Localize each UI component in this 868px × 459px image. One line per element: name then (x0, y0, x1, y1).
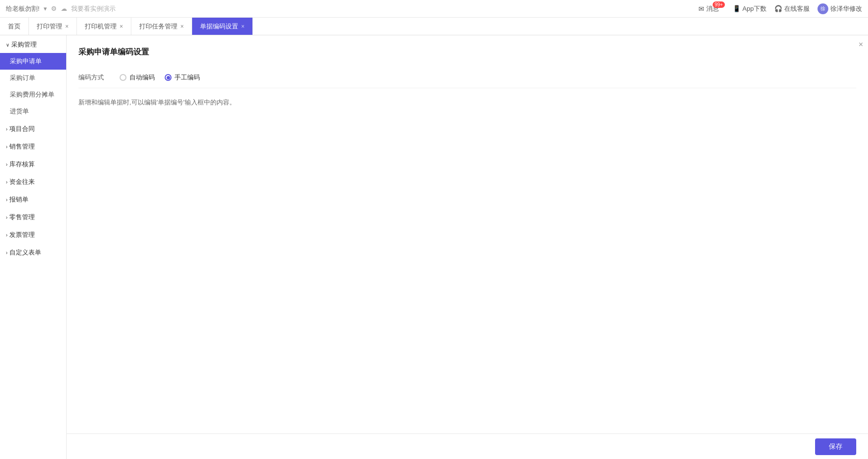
tab-single-code[interactable]: 单据编码设置 × (192, 18, 253, 35)
brand-text: 给老板勿割! (6, 4, 40, 13)
search-icon: ☁ (61, 5, 67, 12)
online-service-button[interactable]: 🎧 在线客服 (774, 4, 810, 13)
sidebar-group-purchase: ∨ 采购管理 采购申请单 采购订单 采购费用分摊单 进货单 (0, 36, 66, 120)
message-icon: ✉ (698, 5, 704, 13)
username-label: 徐泽华修改 (830, 4, 862, 13)
sidebar-group-sales-title[interactable]: › 销售管理 (0, 138, 66, 155)
sidebar-item-purchase-order[interactable]: 采购订单 (0, 70, 66, 86)
chevron-right-icon: › (6, 127, 7, 132)
search-text[interactable]: 我要看实例演示 (71, 4, 116, 13)
message-button[interactable]: ✉ 消息 99+ (698, 4, 719, 13)
description-text: 新增和编辑单据时,可以编辑'单据编号'输入框中的内容。 (78, 98, 856, 107)
sidebar-group-returns: › 报销单 (0, 191, 66, 208)
auto-code-label: 自动编码 (129, 73, 155, 82)
tab-single-code-close[interactable]: × (241, 23, 245, 30)
top-bar: 给老板勿割! ▾ ⚙ ☁ 我要看实例演示 ✉ 消息 99+ 📱 App下数 🎧 … (0, 0, 868, 18)
sidebar-group-returns-title[interactable]: › 报销单 (0, 191, 66, 208)
sidebar-group-inventory-label: 库存核算 (9, 160, 35, 169)
main-layout: ∨ 采购管理 采购申请单 采购订单 采购费用分摊单 进货单 › 项目合同 (0, 35, 868, 459)
page-close-button[interactable]: × (854, 36, 868, 53)
tab-single-code-label: 单据编码设置 (200, 22, 238, 31)
user-profile[interactable]: 徐 徐泽华修改 (818, 3, 862, 14)
sidebar-item-purchase-expense[interactable]: 采购费用分摊单 (0, 86, 66, 103)
tab-printer-mgmt-label: 打印机管理 (85, 22, 117, 31)
sidebar-item-stock-in[interactable]: 进货单 (0, 103, 66, 120)
sidebar-group-invoice-title[interactable]: › 发票管理 (0, 227, 66, 243)
sidebar-group-retail-title[interactable]: › 零售管理 (0, 209, 66, 226)
chevron-right-icon-capital: › (6, 179, 7, 185)
sidebar-group-project-label: 项目合同 (9, 125, 35, 133)
sidebar-group-purchase-title[interactable]: ∨ 采购管理 (0, 36, 66, 53)
sidebar-group-project: › 项目合同 (0, 121, 66, 137)
app-download-label: App下数 (743, 4, 767, 13)
chevron-right-icon-returns: › (6, 197, 7, 203)
sidebar-group-invoice-label: 发票管理 (9, 230, 35, 239)
dropdown-icon[interactable]: ▾ (44, 5, 47, 12)
top-bar-right: ✉ 消息 99+ 📱 App下数 🎧 在线客服 徐 徐泽华修改 (698, 3, 862, 14)
sidebar-item-stock-in-label: 进货单 (10, 107, 29, 115)
tab-home-label: 首页 (8, 22, 21, 31)
app-download-button[interactable]: 📱 App下数 (733, 4, 767, 13)
tab-bar: 首页 打印管理 × 打印机管理 × 打印任务管理 × 单据编码设置 × (0, 18, 868, 35)
tab-print-mgmt-close[interactable]: × (65, 23, 69, 30)
auto-code-radio-circle[interactable] (120, 74, 126, 81)
sidebar-group-inventory: › 库存核算 (0, 156, 66, 173)
settings-icon[interactable]: ⚙ (51, 5, 57, 12)
tab-print-mgmt[interactable]: 打印管理 × (29, 18, 77, 35)
top-bar-left: 给老板勿割! ▾ ⚙ ☁ 我要看实例演示 (6, 4, 116, 13)
app-icon: 📱 (733, 5, 741, 12)
auto-code-radio[interactable]: 自动编码 (120, 73, 155, 82)
sidebar-group-purchase-label: 采购管理 (11, 40, 37, 49)
tab-printer-mgmt-close[interactable]: × (120, 23, 123, 30)
tab-print-mgmt-label: 打印管理 (37, 22, 62, 31)
chevron-down-icon: ∨ (6, 42, 9, 48)
tab-print-task[interactable]: 打印任务管理 × (131, 18, 192, 35)
sidebar-group-capital-title[interactable]: › 资金往来 (0, 174, 66, 190)
chevron-right-icon-invoice: › (6, 232, 7, 238)
online-service-label: 在线客服 (784, 4, 810, 13)
content-area: 采购申请单编码设置 编码方式 自动编码 手工编码 新增和编辑单据时,可以编辑'单… (67, 35, 868, 459)
coding-method-label: 编码方式 (78, 73, 108, 82)
sidebar-item-purchase-request-label: 采购申请单 (10, 57, 42, 65)
sidebar-group-custom-form-title[interactable]: › 自定义表单 (0, 244, 66, 261)
tab-print-task-close[interactable]: × (180, 23, 184, 30)
chevron-right-icon-custom: › (6, 250, 7, 255)
sidebar-group-capital: › 资金往来 (0, 174, 66, 190)
sidebar-group-retail: › 零售管理 (0, 209, 66, 226)
page-title: 采购申请单编码设置 (78, 47, 856, 57)
sidebar-group-custom-form-label: 自定义表单 (9, 248, 41, 257)
headset-icon: 🎧 (774, 5, 782, 12)
manual-code-radio[interactable]: 手工编码 (165, 73, 200, 82)
tab-print-task-label: 打印任务管理 (139, 22, 177, 31)
chevron-right-icon-inventory: › (6, 162, 7, 167)
avatar: 徐 (818, 3, 828, 14)
chevron-right-icon-retail: › (6, 215, 7, 220)
sidebar-group-returns-label: 报销单 (9, 195, 28, 204)
tab-spacer (253, 18, 868, 35)
sidebar-group-sales-label: 销售管理 (9, 142, 35, 151)
sidebar-item-purchase-order-label: 采购订单 (10, 74, 35, 81)
save-button[interactable]: 保存 (815, 438, 856, 455)
sidebar-group-inventory-title[interactable]: › 库存核算 (0, 156, 66, 173)
content-inner: 采购申请单编码设置 编码方式 自动编码 手工编码 新增和编辑单据时,可以编辑'单… (67, 35, 868, 434)
coding-method-radio-group: 自动编码 手工编码 (120, 73, 200, 82)
tab-home[interactable]: 首页 (0, 18, 29, 35)
tab-bar-wrapper: 首页 打印管理 × 打印机管理 × 打印任务管理 × 单据编码设置 × × (0, 18, 868, 35)
sidebar: ∨ 采购管理 采购申请单 采购订单 采购费用分摊单 进货单 › 项目合同 (0, 35, 67, 459)
sidebar-group-invoice: › 发票管理 (0, 227, 66, 243)
sidebar-group-project-title[interactable]: › 项目合同 (0, 121, 66, 137)
sidebar-group-retail-label: 零售管理 (9, 213, 35, 222)
sidebar-group-sales: › 销售管理 (0, 138, 66, 155)
sidebar-item-purchase-expense-label: 采购费用分摊单 (10, 91, 54, 98)
sidebar-item-purchase-request[interactable]: 采购申请单 (0, 53, 66, 70)
manual-code-label: 手工编码 (174, 73, 200, 82)
content-footer: 保存 (67, 434, 868, 459)
sidebar-group-custom-form: › 自定义表单 (0, 244, 66, 261)
sidebar-group-capital-label: 资金往来 (9, 178, 35, 186)
chevron-right-icon-sales: › (6, 144, 7, 150)
tab-printer-mgmt[interactable]: 打印机管理 × (77, 18, 131, 35)
message-count: 99+ (713, 1, 725, 8)
manual-code-radio-circle[interactable] (165, 74, 172, 81)
coding-method-row: 编码方式 自动编码 手工编码 (78, 67, 856, 88)
